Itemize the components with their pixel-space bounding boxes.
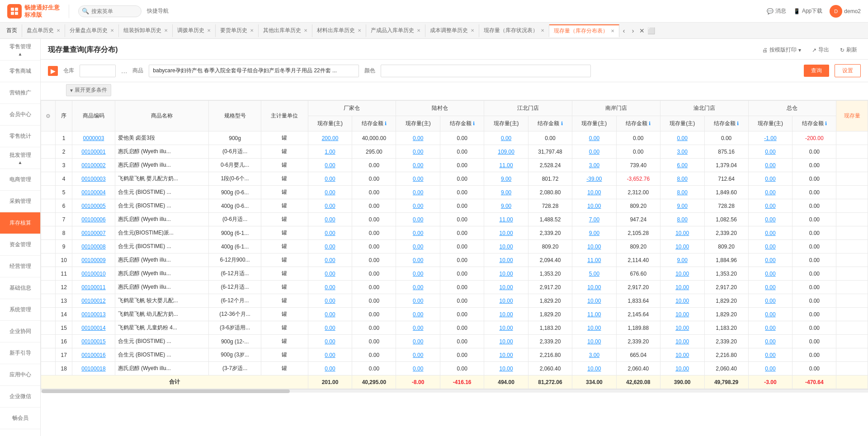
sidebar-item-enterprise[interactable]: 企业协同 [0, 321, 40, 342]
table-cell[interactable]: 00100005 [72, 199, 115, 213]
refresh-btn[interactable]: ↻ 刷新 [836, 44, 861, 56]
table-cell[interactable]: 9.00 [484, 172, 528, 186]
table-cell[interactable]: 11.00 [484, 159, 528, 172]
table-cell[interactable]: 10.00 [660, 348, 704, 362]
table-cell[interactable]: 00100002 [72, 159, 115, 172]
th-gear[interactable]: ⚙ [41, 101, 56, 131]
table-cell[interactable]: 00100012 [72, 294, 115, 308]
table-cell[interactable]: 0.00 [748, 321, 793, 335]
sidebar-item-marketing[interactable]: 营销推广 [0, 82, 40, 104]
table-cell[interactable]: 0.00 [396, 226, 440, 240]
table-cell[interactable]: 0.00 [572, 145, 616, 159]
sidebar-item-system[interactable]: 系统管理 [0, 299, 40, 321]
table-cell[interactable]: 00100014 [72, 321, 115, 335]
horizontal-scrollbar[interactable] [41, 389, 868, 393]
tab-other-out[interactable]: 其他出库单历史 ✕ [259, 24, 312, 37]
table-cell[interactable]: 0.00 [748, 159, 793, 172]
table-cell[interactable]: 0.00 [660, 131, 704, 145]
table-cell[interactable]: 11.00 [572, 308, 616, 321]
table-cell[interactable]: 0.00 [748, 199, 793, 213]
table-cell[interactable]: 0.00 [484, 131, 528, 145]
close-icon[interactable]: ✕ [611, 28, 614, 33]
table-cell[interactable]: 0.00 [308, 335, 352, 348]
tab-transfer[interactable]: 调拨单历史 ✕ [173, 24, 216, 37]
table-cell[interactable]: 0.00 [748, 253, 793, 267]
tab-assemble[interactable]: 组装拆卸单历史 ✕ [119, 24, 173, 37]
table-cell[interactable]: 0.00 [308, 348, 352, 362]
table-cell[interactable]: 10.00 [660, 240, 704, 253]
table-cell[interactable]: 9.00 [484, 199, 528, 213]
sidebar-item-ecommerce[interactable]: 电商管理 [0, 169, 40, 191]
table-cell[interactable]: 10.00 [484, 308, 528, 321]
table-cell[interactable]: 0.00 [396, 159, 440, 172]
table-cell[interactable]: 0.00 [308, 159, 352, 172]
table-cell[interactable]: 0.00 [308, 321, 352, 335]
table-cell[interactable]: 00100013 [72, 308, 115, 321]
table-cell[interactable]: 10.00 [572, 281, 616, 294]
sidebar-item-member[interactable]: 会员中心 [0, 104, 40, 126]
table-cell[interactable]: 00100008 [72, 240, 115, 253]
table-cell[interactable]: 10.00 [572, 294, 616, 308]
table-cell[interactable]: 0.00 [748, 186, 793, 199]
table-cell[interactable]: 0.00 [308, 281, 352, 294]
table-cell[interactable]: 0.00 [748, 362, 793, 375]
table-cell[interactable]: 0000003 [72, 131, 115, 145]
sidebar-item-retail-stats[interactable]: 零售统计 [0, 126, 40, 147]
table-cell[interactable]: 10.00 [484, 267, 528, 281]
info-icon[interactable]: ℹ [737, 121, 739, 126]
table-cell[interactable]: 3.00 [660, 145, 704, 159]
setting-btn[interactable]: 设置 [835, 64, 861, 77]
table-cell[interactable]: 3.00 [572, 348, 616, 362]
table-cell[interactable]: 6.00 [660, 159, 704, 172]
nav-shortcut[interactable]: 快捷导航 [147, 7, 169, 15]
table-cell[interactable]: 10.00 [660, 226, 704, 240]
sidebar-item-inventory[interactable]: 库存核算 [0, 212, 40, 234]
table-cell[interactable]: 0.00 [396, 321, 440, 335]
table-cell[interactable]: 0.00 [396, 172, 440, 186]
table-cell[interactable]: 00100015 [72, 335, 115, 348]
table-cell[interactable]: 109.00 [484, 145, 528, 159]
close-icon[interactable]: ✕ [164, 28, 168, 33]
table-cell[interactable]: 0.00 [396, 253, 440, 267]
tab-stock-dist[interactable]: 现存量（库存分布表） ✕ [549, 24, 619, 37]
sidebar-item-retail-mgmt[interactable]: 零售管理 ▲ [0, 39, 40, 61]
table-cell[interactable]: 9.00 [572, 226, 616, 240]
close-icon[interactable]: ✕ [57, 28, 60, 33]
table-cell[interactable]: 0.00 [748, 308, 793, 321]
table-cell[interactable]: 00100007 [72, 226, 115, 240]
tab-expand-btn[interactable]: ⬜ [646, 24, 656, 37]
sidebar-item-retail-mall[interactable]: 零售商城 [0, 61, 40, 82]
table-cell[interactable]: 10.00 [484, 281, 528, 294]
close-icon[interactable]: ✕ [471, 28, 474, 33]
table-cell[interactable]: 10.00 [660, 267, 704, 281]
color-input[interactable] [381, 65, 591, 77]
close-icon[interactable]: ✕ [110, 28, 114, 33]
table-cell[interactable]: 0.00 [308, 362, 352, 375]
table-cell[interactable]: 0.00 [308, 267, 352, 281]
table-cell[interactable]: 10.00 [572, 199, 616, 213]
table-cell[interactable]: -1.00 [748, 131, 793, 145]
close-icon[interactable]: ✕ [541, 28, 544, 33]
table-cell[interactable]: 0.00 [308, 226, 352, 240]
print-btn[interactable]: 🖨 按模版打印 ▾ [759, 44, 805, 56]
table-cell[interactable]: 0.00 [308, 213, 352, 226]
expand-more-btn[interactable]: ▾ 展开更多条件 [66, 84, 111, 96]
table-cell[interactable]: -39.00 [572, 172, 616, 186]
table-cell[interactable]: 10.00 [484, 348, 528, 362]
table-cell[interactable]: 0.00 [748, 240, 793, 253]
product-input[interactable] [149, 65, 359, 77]
sidebar-item-basic-info[interactable]: 基础信息 [0, 277, 40, 299]
table-cell[interactable]: 8.00 [660, 213, 704, 226]
table-cell[interactable]: 10.00 [660, 321, 704, 335]
table-cell[interactable]: 10.00 [660, 308, 704, 321]
tab-close-all-btn[interactable]: ✕ [637, 24, 646, 37]
table-cell[interactable]: 0.00 [748, 281, 793, 294]
table-cell[interactable]: 0.00 [396, 281, 440, 294]
table-cell[interactable]: 0.00 [748, 226, 793, 240]
table-cell[interactable]: 0.00 [748, 213, 793, 226]
table-cell[interactable]: 0.00 [396, 308, 440, 321]
table-cell[interactable]: 00100001 [72, 145, 115, 159]
tab-prev-btn[interactable]: ‹ [619, 24, 628, 37]
table-cell[interactable]: 0.00 [396, 348, 440, 362]
table-cell[interactable]: 0.00 [308, 172, 352, 186]
